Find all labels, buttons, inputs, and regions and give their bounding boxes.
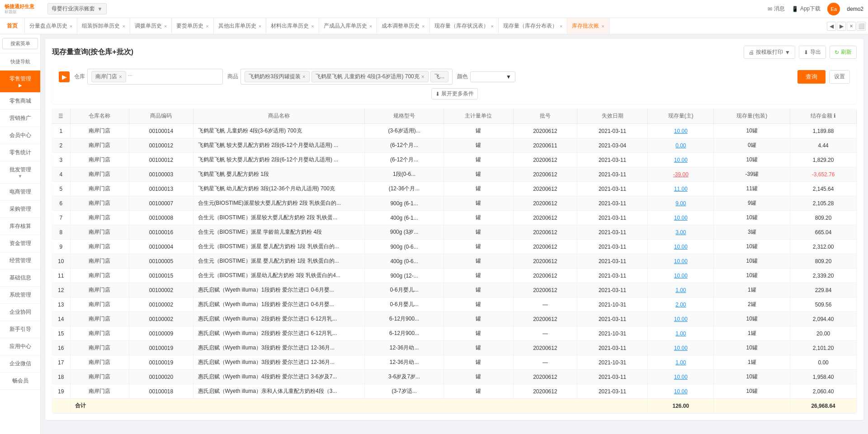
cell-current-main[interactable]: 9.00 — [648, 196, 714, 211]
product-label: 商品 — [227, 73, 238, 80]
tab-requisition[interactable]: 要货单历史 × — [172, 18, 213, 34]
cell-product-code: 00100016 — [129, 225, 193, 240]
sidebar-item-finance[interactable]: 资金管理 — [0, 235, 40, 252]
cell-current-main[interactable]: 10.00 — [648, 211, 714, 225]
cell-current-main[interactable]: 0.00 — [648, 138, 714, 153]
product-tag-more[interactable]: 飞... — [430, 71, 448, 82]
sidebar-item-ecommerce[interactable]: 电商管理 — [0, 184, 40, 201]
sidebar-item-member[interactable]: 会员中心 — [0, 127, 40, 144]
cell-current-main[interactable]: 10.00 — [648, 341, 714, 355]
tab-close-icon[interactable]: × — [560, 24, 562, 29]
tab-close-icon[interactable]: × — [369, 24, 372, 29]
cell-batch-no: — — [513, 297, 577, 312]
template-print-button[interactable]: 🖨 按模板打印 ▼ — [744, 46, 795, 59]
cell-current-main[interactable]: 3.00 — [648, 225, 714, 240]
tab-cost-adjust[interactable]: 成本调整单历史 × — [377, 18, 429, 34]
cell-product-code: 00100002 — [129, 297, 193, 312]
sidebar-item-retail[interactable]: 零售管理 ▶ — [0, 71, 40, 93]
warehouse-tag-close[interactable]: × — [119, 74, 122, 80]
cell-index: 14 — [52, 312, 70, 326]
sidebar-item-marketing[interactable]: 营销推广 — [0, 110, 40, 127]
tab-close-icon[interactable]: × — [122, 24, 125, 29]
table-row: 14 南岸门店 00100002 惠氏启赋（Wyeth illuma）2段奶粉 … — [52, 312, 857, 326]
cell-index: 19 — [52, 384, 70, 399]
tab-close-icon[interactable]: × — [164, 24, 167, 29]
table-row: 12 南岸门店 00100002 惠氏启赋（Wyeth illuma）1段奶粉 … — [52, 283, 857, 297]
table-row: 2 南岸门店 00100012 飞鹤星飞帆 较大婴儿配方奶粉 2段(6-12个月… — [52, 138, 857, 153]
expand-more-conditions-button[interactable]: ⬇ 展开更多条件 — [431, 88, 478, 99]
sidebar-item-retail-store[interactable]: 零售商城 — [0, 93, 40, 110]
sidebar-item-enterprise[interactable]: 企业协同 — [0, 304, 40, 321]
tab-close-icon[interactable]: × — [311, 24, 314, 29]
tab-close-icon[interactable]: × — [422, 24, 425, 29]
tab-transfer[interactable]: 调拨单历史 × — [130, 18, 172, 34]
tab-close-icon[interactable]: × — [601, 24, 604, 29]
cell-warehouse: 南岸门店 — [70, 297, 129, 312]
cell-product-name: 合生元（BIOSTIME）派星 学龄前儿童配方奶粉 4段 — [193, 225, 364, 240]
tab-next-button[interactable]: ▶ — [837, 22, 846, 31]
tab-inventory-status[interactable]: 现存量（库存状况表） × — [430, 18, 499, 34]
tab-close-all-button[interactable]: × — [847, 22, 856, 31]
product-tag-1-close[interactable]: × — [302, 74, 306, 80]
username-label[interactable]: demo2 — [847, 6, 863, 12]
cell-current-main[interactable]: 11.00 — [648, 182, 714, 196]
cell-unit: 罐 — [444, 254, 514, 269]
sidebar-item-purchase[interactable]: 采购管理 — [0, 201, 40, 218]
cell-current-main[interactable]: 10.00 — [648, 269, 714, 283]
tab-material-outbound[interactable]: 材料出库单历史 × — [266, 18, 319, 34]
tab-home[interactable]: 首页 — [0, 18, 25, 34]
tab-close-icon[interactable]: × — [259, 24, 261, 29]
cell-unit: 罐 — [444, 283, 514, 297]
tab-batch-voucher[interactable]: 库存批次账 × — [567, 18, 609, 34]
tab-close-icon[interactable]: × — [206, 24, 208, 29]
sidebar-item-basic[interactable]: 基础信息 — [0, 269, 40, 287]
page-header: 现存量查询(按仓库+批次) 🖨 按模板打印 ▼ ⬇ 导出 ↻ 刷新 — [52, 46, 857, 59]
search-button[interactable]: 查询 — [797, 70, 826, 84]
tab-combo-disassemble[interactable]: 组装拆卸单历史 × — [77, 18, 130, 34]
settings-button[interactable]: 设置 — [829, 70, 850, 84]
search-menu-button[interactable]: 搜索英单 — [2, 38, 38, 49]
cell-current-main[interactable]: 1.00 — [648, 355, 714, 370]
cell-current-main[interactable]: 10.00 — [648, 153, 714, 167]
sidebar-item-member-club[interactable]: 畅会员 — [0, 373, 40, 390]
refresh-button[interactable]: ↻ 刷新 — [830, 46, 857, 59]
sidebar-quick-nav-area: 快捷导航 — [0, 53, 40, 71]
app-download-button[interactable]: 📱 App下载 — [792, 5, 821, 13]
product-tags-wrap[interactable]: 飞鹤奶粉3段丙罐提装 × 飞鹤星飞帆 儿童奶粉 4段(3-6岁适用) 700克 … — [241, 69, 453, 85]
filter-toggle-button[interactable]: ▶ — [59, 71, 70, 82]
sidebar-item-guide[interactable]: 新手引导 — [0, 321, 40, 338]
cell-current-main[interactable]: 10.00 — [648, 312, 714, 326]
cell-current-main[interactable]: 10.00 — [648, 370, 714, 384]
cell-current-main[interactable]: 10.00 — [648, 124, 714, 138]
tab-close-icon[interactable]: × — [491, 24, 494, 29]
warehouse-tags-wrap[interactable]: 南岸门店 × ... — [87, 69, 223, 85]
sidebar-item-inventory[interactable]: 库存核算 — [0, 218, 40, 235]
tab-expand-button[interactable]: ⬜ — [857, 22, 866, 31]
cell-current-main[interactable]: 1.00 — [648, 326, 714, 341]
sidebar-item-enterprise-wechat[interactable]: 企业微信 — [0, 355, 40, 373]
export-button[interactable]: ⬇ 导出 — [799, 46, 826, 59]
tab-other-outbound[interactable]: 其他出库单历史 × — [214, 18, 266, 34]
tab-inventory-distribution[interactable]: 现存量（库存分布表） × — [499, 18, 567, 34]
tab-close-icon[interactable]: × — [70, 24, 72, 29]
tab-product-inbound[interactable]: 产成品入库单历史 × — [319, 18, 377, 34]
sidebar-item-system[interactable]: 系统管理 — [0, 287, 40, 304]
account-selector[interactable]: 母婴行业演示账套 ▼ — [47, 3, 107, 14]
product-tag-2-close[interactable]: × — [421, 74, 425, 80]
warehouse-more-btn[interactable]: ... — [128, 71, 132, 82]
cell-current-main[interactable]: 2.00 — [648, 297, 714, 312]
tab-split-tray[interactable]: 分量盘点单历史 × — [25, 18, 77, 34]
tab-prev-button[interactable]: ◀ — [827, 22, 836, 31]
cell-current-main[interactable]: 10.00 — [648, 240, 714, 254]
sidebar-item-app-center[interactable]: 应用中心 — [0, 338, 40, 355]
cell-current-main[interactable]: 10.00 — [648, 254, 714, 269]
cell-current-main[interactable]: -39.00 — [648, 167, 714, 182]
quick-nav-button[interactable]: 快捷导航 — [0, 56, 40, 68]
color-input[interactable]: ▼ — [470, 71, 515, 82]
cell-current-main[interactable]: 10.00 — [648, 384, 714, 399]
sidebar-item-wholesale[interactable]: 批发管理 ▼ — [0, 161, 40, 184]
sidebar-item-retail-stats[interactable]: 零售统计 — [0, 144, 40, 161]
sidebar-item-operations[interactable]: 经营管理 — [0, 252, 40, 269]
message-button[interactable]: ✉ 消息 — [768, 5, 785, 13]
cell-current-main[interactable]: 1.00 — [648, 283, 714, 297]
